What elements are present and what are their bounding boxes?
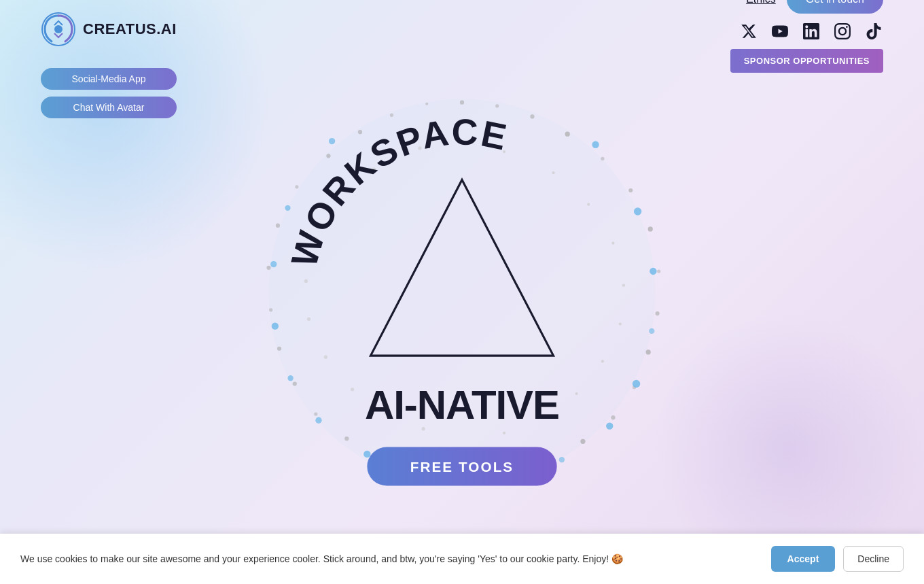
svg-point-17 — [266, 265, 270, 269]
svg-point-15 — [276, 223, 280, 227]
ethics-link[interactable]: Ethics — [746, 0, 776, 5]
svg-point-41 — [633, 379, 640, 387]
top-right-nav: Ethics Get in touch — [746, 0, 883, 14]
svg-point-61 — [575, 392, 578, 394]
svg-point-62 — [351, 388, 354, 391]
svg-point-65 — [503, 431, 505, 434]
svg-point-37 — [650, 267, 656, 274]
sponsor-button[interactable]: SPONSOR OPPORTUNITIES — [730, 49, 883, 73]
svg-point-36 — [285, 205, 290, 210]
svg-point-58 — [307, 317, 310, 320]
svg-point-46 — [363, 450, 370, 457]
right-nav: Ethics Get in touch — [730, 0, 883, 73]
svg-point-26 — [580, 439, 585, 443]
get-in-touch-button[interactable]: Get in touch — [787, 0, 883, 14]
svg-point-40 — [272, 322, 279, 329]
logo-icon — [41, 12, 76, 47]
svg-point-59 — [601, 360, 604, 362]
svg-point-1 — [54, 25, 63, 33]
svg-point-57 — [619, 322, 622, 325]
svg-point-8 — [565, 131, 570, 136]
svg-point-9 — [358, 130, 362, 134]
svg-point-33 — [592, 141, 599, 148]
decline-button[interactable]: Decline — [843, 546, 904, 572]
svg-point-44 — [315, 417, 321, 423]
svg-point-21 — [277, 346, 281, 350]
svg-point-38 — [270, 260, 277, 267]
svg-point-42 — [287, 375, 293, 381]
youtube-icon[interactable] — [770, 22, 789, 41]
svg-point-18 — [655, 311, 659, 315]
svg-point-19 — [269, 308, 272, 311]
svg-point-60 — [324, 355, 327, 358]
svg-point-55 — [622, 284, 625, 286]
svg-point-56 — [304, 279, 308, 282]
svg-point-25 — [314, 412, 317, 415]
svg-point-24 — [611, 415, 615, 419]
svg-point-27 — [344, 436, 349, 441]
workspace-graphic: WORKSPACE AI-NATIVE FREE TOOLS — [258, 88, 666, 496]
left-sidebar: Social-Media App Chat With Avatar — [41, 68, 177, 118]
workspace-svg: WORKSPACE AI-NATIVE FREE TOOLS — [258, 88, 666, 496]
svg-point-6 — [530, 114, 534, 118]
svg-point-13 — [295, 185, 298, 188]
cookie-buttons: Accept Decline — [771, 546, 904, 572]
svg-point-51 — [587, 203, 590, 205]
svg-point-49 — [552, 171, 554, 174]
svg-point-53 — [611, 241, 614, 244]
svg-text:FREE TOOLS: FREE TOOLS — [410, 458, 514, 474]
svg-point-45 — [559, 457, 565, 462]
svg-point-34 — [329, 137, 335, 143]
svg-point-20 — [646, 349, 651, 354]
svg-point-10 — [601, 156, 604, 160]
svg-point-4 — [495, 104, 499, 107]
svg-point-11 — [326, 154, 330, 158]
svg-point-16 — [657, 269, 660, 273]
svg-point-35 — [634, 207, 641, 215]
twitter-icon[interactable] — [739, 22, 758, 41]
svg-point-39 — [649, 328, 654, 333]
cookie-message: We use cookies to make our site awesome … — [20, 553, 758, 564]
svg-point-23 — [293, 381, 297, 385]
instagram-icon[interactable] — [833, 22, 852, 41]
main-content: WORKSPACE AI-NATIVE FREE TOOLS — [258, 88, 666, 496]
svg-text:AI-NATIVE: AI-NATIVE — [365, 382, 559, 428]
logo-text: CREATUS.AI — [83, 20, 177, 38]
svg-point-12 — [628, 188, 633, 192]
svg-point-3 — [460, 100, 464, 104]
svg-point-5 — [425, 102, 428, 105]
header: CREATUS.AI Ethics Get in touch — [0, 0, 924, 58]
tiktok-icon[interactable] — [864, 22, 883, 41]
social-icons-bar — [739, 22, 883, 41]
accept-button[interactable]: Accept — [771, 546, 836, 572]
linkedin-icon[interactable] — [802, 22, 821, 41]
chat-with-avatar-button[interactable]: Chat With Avatar — [41, 97, 177, 118]
cookie-banner: We use cookies to make our site awesome … — [0, 534, 924, 584]
social-media-app-button[interactable]: Social-Media App — [41, 68, 177, 90]
svg-point-7 — [390, 113, 393, 116]
svg-point-43 — [606, 422, 613, 429]
logo-area[interactable]: CREATUS.AI — [41, 12, 177, 47]
svg-point-14 — [648, 226, 653, 231]
